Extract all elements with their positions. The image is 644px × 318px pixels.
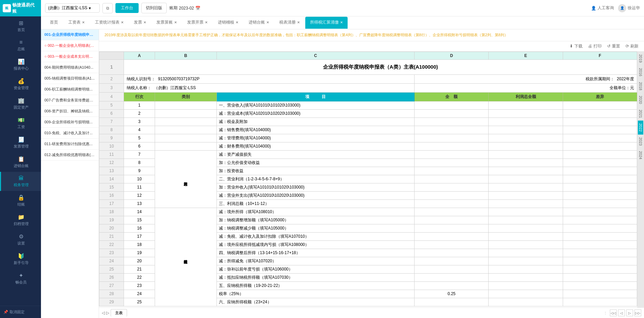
tab-salary[interactable]: 工资表 ✕ <box>64 17 89 29</box>
left-item-001[interactable]: 001-企业所得税年度纳税申报... <box>41 29 99 40</box>
sidebar-item-purchase[interactable]: 📋 进销台账 <box>0 152 41 172</box>
taxpayer-name-label: 纳税人名称： <box>127 85 151 90</box>
company-name: (勿删）江西服宝-LSS <box>48 5 87 11</box>
copy-icon[interactable]: ⧉ <box>102 3 113 13</box>
year-2016[interactable]: 2016 <box>638 65 643 79</box>
sidebar-item-salary[interactable]: 💵 工资 <box>0 113 41 133</box>
content-area: 001-企业所得税年度纳税申报... 002-一般企业收入明细表(A1... 0… <box>41 29 644 318</box>
sidebar-item-guide[interactable]: 🔰 新手引导 <box>0 249 41 269</box>
taxpayer-id-cell: 纳税人识别号： 91320500703719732P <box>124 74 415 83</box>
left-item-010[interactable]: 010-免税、减计收入及加计... <box>41 128 99 139</box>
left-item-012[interactable]: 012-减免所得税优惠明细表(0... <box>41 150 99 161</box>
next-sheet-icon[interactable]: ▷ <box>106 310 109 315</box>
sidebar-label-assets: 固定资产 <box>14 105 29 110</box>
bottom-tabs: ◁ ▷ 主表 ⋮ ◁◁ ◁ ▷ ▷▷ <box>99 307 644 318</box>
left-item-007[interactable]: 007-广告费和业务宣传费超降... <box>41 95 99 106</box>
sidebar-item-capital[interactable]: 💰 资金管理 <box>0 74 41 94</box>
tab-invoice[interactable]: 发票 ✕ <box>129 17 151 29</box>
sidebar-item-tax[interactable]: 🏛 税务管理 <box>0 172 41 191</box>
left-item-002[interactable]: 002-一般企业收入明细表(A1... <box>41 40 99 51</box>
sidebar-item-close[interactable]: 🔒 结账 <box>0 191 41 210</box>
tab-purchase-audit[interactable]: 进销稽核 ✕ <box>213 17 243 29</box>
sidebar-item-member[interactable]: ✦ 畅会员 <box>0 269 41 288</box>
year-2022[interactable]: 2022 <box>638 121 643 134</box>
switch-version-button[interactable]: 切到旧版 <box>141 3 167 13</box>
category-taxable: 应纳税所得额计算 <box>155 208 216 306</box>
taxpayer-id-row: 2 纳税人识别号： 91320500703719732P 税款所属期间： 202… <box>99 74 637 83</box>
reset-button[interactable]: ↺ 重置 <box>607 43 620 49</box>
print-button[interactable]: 🖨 打印 <box>588 43 602 49</box>
nav-last[interactable]: ▷▷ <box>634 309 641 316</box>
left-item-011[interactable]: 011-研发费用加计扣除优惠... <box>41 139 99 150</box>
left-item-008[interactable]: 008-资产折旧、摊销及纳税... <box>41 106 99 117</box>
corner-cell <box>99 52 124 59</box>
sidebar-item-ledger[interactable]: ≡ 总账 <box>0 36 41 55</box>
tab-invoice-calc-label: 发票算账 <box>156 19 173 25</box>
left-item-004[interactable]: 004-期间费用明细表(A1040... <box>41 62 99 73</box>
close-tab-tax-clear[interactable]: ✕ <box>297 20 300 24</box>
close-tab-income-tax[interactable]: ✕ <box>340 20 343 24</box>
company-selector[interactable]: (勿删）江西服宝-LSS ▾ <box>45 3 100 13</box>
tab-home[interactable]: 首页 <box>45 17 63 29</box>
close-tab-invoice-open[interactable]: ✕ <box>205 20 208 24</box>
table-row: 7 3 减：税金及附加 <box>99 117 637 126</box>
period-label: 账期 <box>169 5 178 11</box>
close-tab-sales-ledger[interactable]: ✕ <box>266 20 269 24</box>
sidebar-item-invoice[interactable]: 🧾 发票管理 <box>0 133 41 152</box>
right-area: 2019年度涉及取以前年度结转数据的申报表单元格需要手工维护正确，才能保证本年及… <box>99 29 644 318</box>
close-tab-invoice[interactable]: ✕ <box>143 20 146 24</box>
sidebar-item-archive[interactable]: 📁 归档管理 <box>0 210 41 230</box>
left-item-005[interactable]: 005-纳税调整项目明细表(A1... <box>41 73 99 84</box>
year-2018[interactable]: 2018 <box>638 79 643 93</box>
unpin-button[interactable]: 📌 取消固定 <box>0 306 41 318</box>
col-header-F: F <box>563 52 637 59</box>
tab-invoice-open[interactable]: 发票开票 ✕ <box>182 17 212 29</box>
download-button[interactable]: ⬇ 下载 <box>570 43 583 49</box>
workbench-button[interactable]: 工作台 <box>115 3 139 13</box>
customer-service[interactable]: 👤 人工客询 <box>591 5 614 11</box>
tab-income-tax[interactable]: 所得税汇算清缴 ✕ <box>305 17 348 29</box>
col-header-D: D <box>415 52 489 59</box>
refresh-button[interactable]: ⟳ 刷新 <box>626 43 639 49</box>
tab-salary-stats[interactable]: 工资统计报表 ✕ <box>90 17 128 29</box>
main-content: (勿删）江西服宝-LSS ▾ ⧉ 工作台 切到旧版 账期 2023-02 📅 👤… <box>41 0 644 318</box>
header-leibie: 类别 <box>155 92 216 101</box>
close-tab-invoice-calc[interactable]: ✕ <box>174 20 177 24</box>
avatar: 👤 <box>618 4 626 12</box>
close-tab-purchase-audit[interactable]: ✕ <box>236 20 238 24</box>
taxpayer-id-label: 纳税人识别号： <box>127 77 155 81</box>
sidebar: 账 畅捷通易代账 ⊞ 首页 ≡ 总账 📊 报表中心 💰 资金管理 🏢 固定资产 … <box>0 0 41 318</box>
user-profile[interactable]: 👤 徐运华 <box>618 4 640 12</box>
row3-num: 3 <box>99 83 124 92</box>
left-item-006[interactable]: 006-职工薪酬纳税调整明细... <box>41 84 99 95</box>
nav-first[interactable]: ◁◁ <box>610 309 617 316</box>
sidebar-item-settings[interactable]: ⚙ 设置 <box>0 230 41 249</box>
sidebar-item-report[interactable]: 📊 报表中心 <box>0 55 41 74</box>
year-2019[interactable]: 2019 <box>638 52 643 65</box>
year-2021[interactable]: 2021 <box>638 107 643 121</box>
spreadsheet: A B C D E F 1 企业所 <box>99 52 637 306</box>
sidebar-item-assets[interactable]: 🏢 固定资产 <box>0 94 41 113</box>
close-tab-salary[interactable]: ✕ <box>82 20 85 24</box>
year-2023[interactable]: 2023 <box>638 135 643 148</box>
year-2020[interactable]: 2020 <box>638 93 643 107</box>
year-indicator: 2019 2016 2018 2020 2021 2022 2023 2024 <box>637 52 644 307</box>
tab-invoice-calc[interactable]: 发票算账 ✕ <box>152 17 182 29</box>
table-wrapper[interactable]: A B C D E F 1 企业所 <box>99 52 637 307</box>
left-item-003[interactable]: 003-一般企业成本支出明细... <box>41 51 99 62</box>
app-name: 畅捷通易代账 <box>12 2 38 14</box>
left-item-009[interactable]: 009-企业所得税补亏损明细... <box>41 117 99 128</box>
ledger-icon: ≡ <box>19 39 23 45</box>
tab-sales-ledger[interactable]: 进销台账 ✕ <box>244 17 274 29</box>
sheet-tab-main[interactable]: 主表 <box>111 309 127 317</box>
nav-next[interactable]: ▷ <box>626 309 633 316</box>
sidebar-item-home[interactable]: ⊞ 首页 <box>0 16 41 36</box>
header-quane: 全 额 <box>415 92 489 101</box>
close-tab-salary-stats[interactable]: ✕ <box>121 20 124 24</box>
prev-sheet-icon[interactable]: ◁ <box>102 310 105 315</box>
table-row: 10 6 减：财务费用(填写A104000) <box>99 142 637 150</box>
year-2024[interactable]: 2024 <box>638 148 643 162</box>
tab-tax-clear[interactable]: 税表清册 ✕ <box>275 17 305 29</box>
nav-prev[interactable]: ◁ <box>618 309 625 316</box>
col-header-A: A <box>124 52 155 59</box>
